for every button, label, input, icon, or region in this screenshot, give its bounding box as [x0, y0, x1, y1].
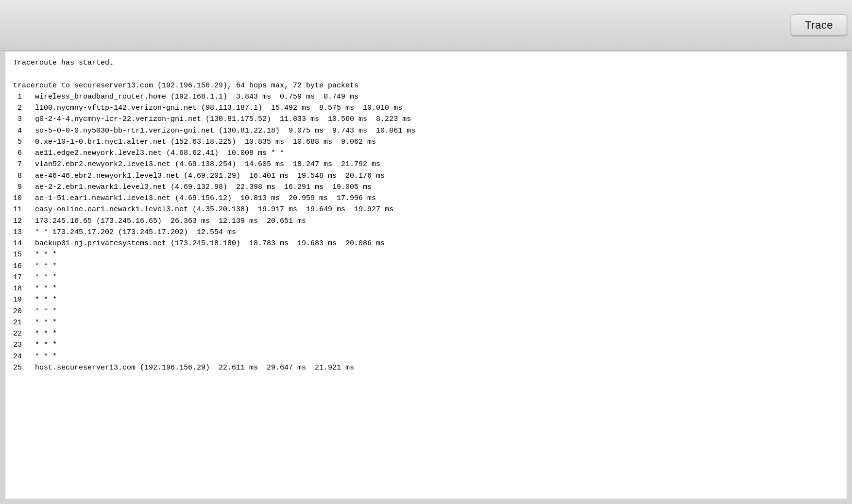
top-bar: Trace — [0, 0, 852, 51]
traceroute-output: Traceroute has started… traceroute to se… — [13, 57, 839, 373]
output-area: Traceroute has started… traceroute to se… — [5, 51, 847, 499]
trace-button[interactable]: Trace — [791, 15, 847, 36]
